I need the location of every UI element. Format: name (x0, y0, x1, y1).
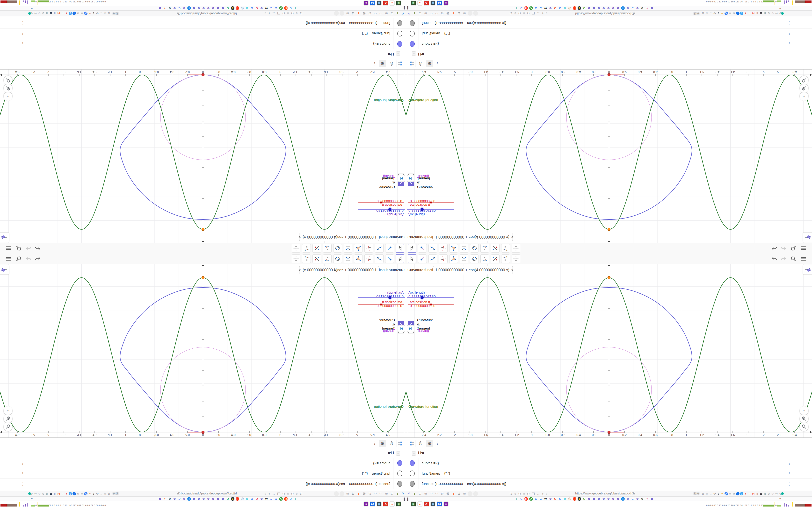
shield-icon[interactable]: ♦ (268, 12, 270, 15)
flower-favicon[interactable]: ✿ (192, 6, 196, 10)
ghost-slot-icon[interactable] (473, 11, 478, 16)
tool-slider[interactable]: a=2 (302, 255, 311, 263)
bookmarks-overflow-caret[interactable]: ^ (779, 497, 781, 501)
share-icon[interactable]: ⋈ (752, 492, 755, 495)
arc-position-slider[interactable] (358, 304, 404, 305)
tab-devtools-favicon[interactable]: ⚙ (424, 0, 429, 6)
flower-favicon[interactable]: ✿ (607, 6, 610, 10)
flower-favicon[interactable]: ✿ (192, 497, 196, 501)
flower-favicon[interactable]: ✿ (211, 497, 215, 501)
flower-favicon[interactable]: ✿ (597, 6, 601, 10)
account-icon[interactable]: Y (406, 11, 411, 16)
f-red-favicon[interactable]: f (163, 6, 167, 10)
trash-icon[interactable]: ▯ (748, 12, 751, 15)
globe-icon[interactable]: ⊕ (440, 11, 445, 16)
ghost-slot-icon[interactable] (468, 11, 472, 16)
translate-blue-icon[interactable]: A (84, 12, 88, 15)
algebra-row-curves[interactable]: curves = {} ⋮ (406, 39, 812, 49)
menu-icon[interactable] (5, 256, 12, 262)
tool-ellipse[interactable] (333, 255, 342, 263)
home-icon[interactable]: ⌂ (4, 406, 12, 415)
tool-move[interactable] (408, 255, 416, 263)
ghost-slot-icon[interactable] (340, 491, 344, 496)
visibility-dot-funcs[interactable] (397, 20, 402, 26)
radio-dot-icon[interactable]: ⊙ (291, 492, 294, 496)
tool-reflect[interactable] (491, 255, 500, 263)
tool-line[interactable] (428, 255, 437, 263)
function-dropdown[interactable]: 1.000000000000 + cos(4.000000000000 x) ▼ (433, 233, 513, 241)
tool-angle[interactable]: α (480, 244, 489, 252)
flower-favicon[interactable]: ✿ (197, 6, 201, 10)
circle-icon[interactable]: ○ (523, 12, 525, 15)
arc-length-slider-knob[interactable] (420, 207, 424, 212)
trash-zero-icon[interactable]: ▯ (53, 12, 57, 15)
function-dropdown[interactable]: 1.000000000000 + cos(4.000000000000 x) ▼ (299, 266, 379, 274)
lock-icon[interactable]: ¤ (264, 12, 266, 15)
arc-position-slider[interactable] (408, 202, 454, 203)
globe-icon[interactable]: ⊕ (767, 12, 770, 15)
tab-firefox-favicon[interactable]: ● (417, 0, 422, 6)
add-icon[interactable]: + (736, 12, 740, 15)
extension-circle-icon[interactable]: ● (412, 11, 417, 16)
flower-favicon[interactable]: ✿ (221, 497, 225, 501)
redo-button[interactable] (26, 256, 32, 262)
tab-vr-favicon[interactable]: ◎ (444, 0, 449, 6)
tool-move[interactable] (396, 255, 404, 263)
bookmarks-overflow-caret[interactable]: ^ (31, 6, 33, 10)
function-dropdown[interactable]: 1.000000000000 + cos(4.000000000000 x) ▼ (433, 266, 513, 274)
address-bar-url[interactable]: https://www.geogebra.org/classic/aagcxh3… (565, 12, 645, 15)
undo-button[interactable] (35, 256, 41, 262)
gear-dark-favicon[interactable]: ⚙ (168, 497, 171, 501)
reload-icon[interactable]: ⟳ (713, 12, 716, 15)
home-icon[interactable]: ⌂ (800, 92, 808, 101)
tool-perpendicular-line[interactable] (364, 255, 373, 263)
record-icon[interactable]: ● (744, 12, 747, 15)
image-favicon[interactable]: ▲ (577, 497, 581, 501)
reload-icon[interactable]: ⟳ (96, 12, 99, 15)
gear-dark-favicon[interactable]: ⚙ (168, 6, 171, 10)
flower-favicon[interactable]: ✿ (158, 6, 162, 10)
circle-icon[interactable]: ○ (287, 492, 289, 496)
oval-icon[interactable]: ▭ (80, 492, 84, 495)
tab-firefox-favicon[interactable]: ● (390, 0, 395, 6)
folder-icon[interactable]: ❏ (277, 12, 280, 15)
style-bar-kebab-icon[interactable]: ⋮ (373, 441, 376, 445)
trash-icon[interactable]: ▯ (748, 492, 751, 495)
yandex-favicon[interactable]: Я (573, 6, 576, 10)
google-favicon[interactable]: G (582, 6, 586, 10)
badge-icon[interactable]: ◍ (45, 12, 49, 15)
star-icon[interactable]: ☆ (705, 12, 709, 15)
flower-favicon[interactable]: ✿ (650, 6, 654, 10)
tree-view-icon[interactable] (408, 440, 415, 447)
down-circle-icon[interactable]: ↓ (69, 12, 72, 15)
redo-button[interactable] (26, 245, 32, 251)
flower-favicon[interactable]: ✿ (211, 6, 215, 10)
flower-favicon[interactable]: ✿ (260, 6, 263, 10)
zoom-in-icon[interactable] (4, 84, 12, 93)
tool-perpendicular-line[interactable] (364, 244, 373, 252)
wrench-icon[interactable]: ⚒ (34, 12, 37, 15)
arc-length-slider[interactable] (358, 297, 405, 298)
google-favicon[interactable]: G (534, 6, 538, 10)
row-kebab-icon[interactable]: ⋮ (788, 31, 791, 36)
flower-favicon[interactable]: ✿ (221, 6, 225, 10)
flower-favicon[interactable]: ✿ (197, 497, 201, 501)
search-icon[interactable] (15, 256, 22, 262)
algebra-row-funcs[interactable]: funcs = {1.000000000000 + cos(4.00000000… (0, 18, 406, 29)
gear-dark-favicon[interactable]: ⚙ (641, 497, 644, 501)
shield-ud-icon[interactable]: ◙ (49, 12, 53, 15)
flower-favicon[interactable]: ✿ (636, 497, 639, 501)
address-bar-url[interactable]: https://www.geogebra.org/classic/aagcxh3… (565, 492, 645, 495)
thumb-icon[interactable]: ♡ (771, 492, 774, 495)
image-favicon[interactable]: ▲ (231, 497, 235, 501)
tool-line[interactable] (428, 244, 437, 252)
gear-icon[interactable]: ⚙ (457, 11, 461, 16)
firefox-icon[interactable]: ● (451, 11, 456, 16)
google-favicon[interactable]: G (255, 6, 259, 10)
down-circle-icon[interactable]: ↓ (69, 492, 72, 495)
radio-dot-icon[interactable]: ⊙ (300, 12, 303, 15)
info-favicon[interactable]: ⓘ (241, 497, 244, 501)
bookmarks-overflow-caret[interactable]: ^ (31, 497, 33, 501)
circle-icon[interactable]: ○ (514, 12, 516, 15)
algebra-row-funcnames[interactable]: funcNames = {" "} ⋮ (406, 468, 812, 478)
